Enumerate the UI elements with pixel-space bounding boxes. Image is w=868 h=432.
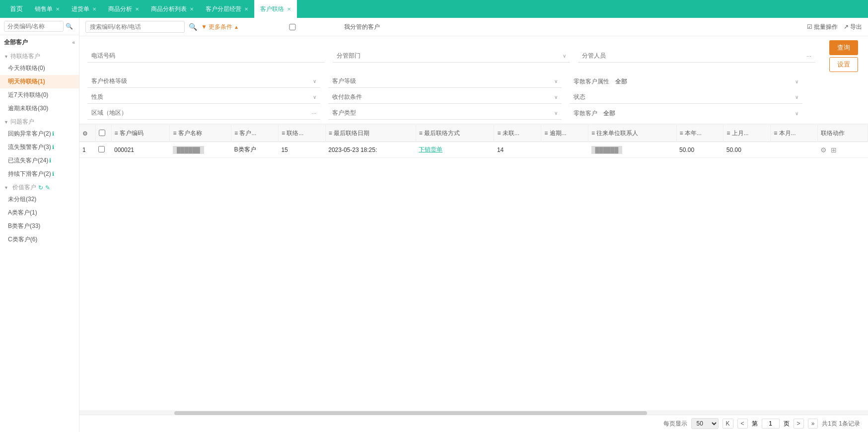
close-icon[interactable]: ✕ [287, 6, 291, 12]
action-grid-icon[interactable]: ⊞ [831, 146, 837, 154]
search-button[interactable]: 🔍 [189, 23, 197, 31]
export-button[interactable]: ↗ 导出 [844, 23, 862, 31]
edit-icon[interactable]: ✎ [45, 184, 50, 191]
td-last-month: 50.00 [723, 142, 771, 158]
close-icon[interactable]: ✕ [190, 6, 194, 12]
info-icon: ℹ [52, 144, 54, 150]
td-not-contacted: 14 [494, 142, 541, 158]
dots-icon[interactable]: ··· [311, 110, 316, 117]
chevron-down-icon: ∨ [563, 53, 566, 59]
info-icon: ℹ [52, 131, 54, 137]
filter-row-2: 客户价格等级 ∨ 客户等级 ∨ 零散客户属性 全部 ∨ [87, 75, 860, 88]
filter-nature[interactable]: 性质 ∨ [87, 91, 320, 104]
my-customers-checkbox-label[interactable]: 我分管的客户 [243, 23, 380, 31]
filter-payment[interactable]: 收付款条件 ∨ [328, 91, 561, 104]
more-conditions-button[interactable]: ▼ 更多条件 ▲ [201, 23, 239, 31]
td-action[interactable]: ⚙ ⊞ [817, 142, 868, 158]
sidebar-item-declining[interactable]: 持续下滑客户(2) ℹ [0, 167, 79, 181]
filter-price-level[interactable]: 客户价格等级 ∨ [87, 75, 320, 88]
sidebar-item-b-class[interactable]: B类客户(33) [0, 219, 79, 233]
nav-product-analysis-list[interactable]: 商品分析列表 ✕ [145, 0, 200, 18]
nav-customer-contact[interactable]: 客户联络 ✕ [254, 0, 297, 18]
sidebar-item-churn-warning[interactable]: 流失预警客户(3) ℹ [0, 141, 79, 154]
table-container: ⚙ ≡ 客户编码 ≡ 客户名称 ≡ 客户... ≡ 联络... ≡ 最后联络日期… [79, 125, 868, 411]
chevron-down-icon: ∨ [313, 78, 316, 84]
scroll-thumb[interactable] [174, 411, 648, 415]
th-not-contacted: ≡ 未联... [494, 125, 541, 142]
search-input[interactable] [85, 21, 185, 33]
page-input[interactable] [762, 419, 780, 429]
th-checkbox[interactable] [95, 125, 111, 142]
th-settings[interactable]: ⚙ [79, 125, 95, 142]
filter-retail-customer[interactable]: 零散客户 全部 ∨ [570, 107, 802, 120]
td-checkbox[interactable] [95, 142, 111, 158]
td-last-method[interactable]: 下销货单 [416, 142, 494, 158]
last-method-link[interactable]: 下销货单 [419, 146, 442, 153]
sidebar-item-repurchase-abnormal[interactable]: 回购异常客户(2) ℹ [0, 127, 79, 141]
sidebar-search-input[interactable] [4, 21, 64, 32]
prev-page-button[interactable]: < [737, 419, 748, 429]
filter-region[interactable]: 区域（地区） ··· [87, 107, 320, 120]
search-icon[interactable]: 🔍 [66, 23, 73, 30]
sidebar-item-today-pending[interactable]: 今天待联络(0) [0, 62, 79, 75]
filter-phone: 电话号码 [87, 50, 325, 63]
close-icon[interactable]: ✕ [92, 6, 96, 12]
total-info: 共1页 1条记录 [822, 420, 860, 428]
sidebar-search-area: 🔍 [0, 18, 79, 35]
table-row: 1 000021 ██████ B类客户 15 2023-05-23 18:25… [79, 142, 868, 158]
filter-actions: 查询 设置 [823, 40, 860, 72]
nav-sales[interactable]: 销售单 ✕ [29, 0, 66, 18]
filter-dept[interactable]: 分管部门 ∨ [333, 50, 570, 63]
page-label: 第 [752, 420, 758, 428]
nav-customer-tier[interactable]: 客户分层经营 ✕ [200, 0, 254, 18]
filter-row-4: 区域（地区） ··· 客户类型 ∨ 零散客户 全部 ∨ [87, 107, 860, 120]
query-button[interactable]: 查询 [829, 40, 858, 55]
bulk-action-button[interactable]: ☑ 批量操作 [807, 23, 838, 31]
nav-home[interactable]: 首页 [4, 0, 29, 18]
last-page-button[interactable]: » [808, 419, 818, 429]
nav-purchase[interactable]: 进货单 ✕ [66, 0, 102, 18]
sidebar-item-churned[interactable]: 已流失客户(24) ℹ [0, 154, 79, 167]
close-icon[interactable]: ✕ [135, 6, 139, 12]
filter-person[interactable]: 分管人员 ··· [578, 50, 815, 63]
set-button[interactable]: 设置 [829, 57, 858, 72]
all-customers-header[interactable]: 全部客户 « [0, 35, 79, 50]
row-checkbox[interactable] [98, 146, 105, 152]
chevron-down-icon: ∨ [554, 110, 558, 116]
close-icon[interactable]: ✕ [244, 6, 248, 12]
sidebar-item-tomorrow-pending[interactable]: 明天待联络(1) [0, 75, 79, 88]
td-last-date: 2023-05-23 18:25: [325, 142, 416, 158]
first-page-button[interactable]: K [723, 419, 733, 429]
close-icon[interactable]: ✕ [56, 6, 60, 12]
filter-customer-type[interactable]: 客户类型 ∨ [328, 107, 561, 120]
name-masked: ██████ [173, 146, 204, 154]
horizontal-scrollbar[interactable] [79, 411, 868, 415]
problem-group-label: 问题客户 [0, 115, 79, 127]
per-page-select[interactable]: 50 100 200 [691, 418, 719, 429]
sidebar-item-a-class[interactable]: A类客户(1) [0, 206, 79, 219]
td-unit-contact: ██████ [588, 142, 677, 158]
my-customers-checkbox[interactable] [243, 24, 342, 30]
top-nav: 首页 销售单 ✕ 进货单 ✕ 商品分析 ✕ 商品分析列表 ✕ 客户分层经营 ✕ … [0, 0, 868, 18]
dots-icon[interactable]: ··· [806, 53, 811, 60]
td-this-year: 50.00 [676, 142, 723, 158]
filter-icon: ▼ [201, 23, 207, 30]
export-icon: ↗ [844, 23, 849, 30]
th-type: ≡ 客户... [231, 125, 279, 142]
action-settings-icon[interactable]: ⚙ [820, 146, 827, 154]
sidebar-item-c-class[interactable]: C类客户(6) [0, 233, 79, 246]
td-name[interactable]: ██████ [170, 142, 231, 158]
td-index: 1 [79, 142, 95, 158]
th-code: ≡ 客户编码 [111, 125, 170, 142]
sidebar-item-overdue[interactable]: 逾期未联络(30) [0, 102, 79, 115]
select-all-checkbox[interactable] [99, 130, 105, 136]
nav-product-analysis[interactable]: 商品分析 ✕ [102, 0, 145, 18]
filter-retail-attribute[interactable]: 零散客户属性 全部 ∨ [570, 75, 802, 88]
filter-customer-level[interactable]: 客户等级 ∨ [328, 75, 561, 88]
sidebar-item-7day-pending[interactable]: 近7天待联络(0) [0, 88, 79, 102]
sidebar-item-ungrouped[interactable]: 未分组(32) [0, 193, 79, 206]
filter-status[interactable]: 状态 ∨ [570, 91, 802, 104]
content-area: 🔍 ▼ 更多条件 ▲ 我分管的客户 ☑ 批量操作 ↗ 导出 [79, 18, 868, 432]
next-page-button[interactable]: > [794, 419, 804, 429]
refresh-icon[interactable]: ↻ [38, 184, 43, 191]
